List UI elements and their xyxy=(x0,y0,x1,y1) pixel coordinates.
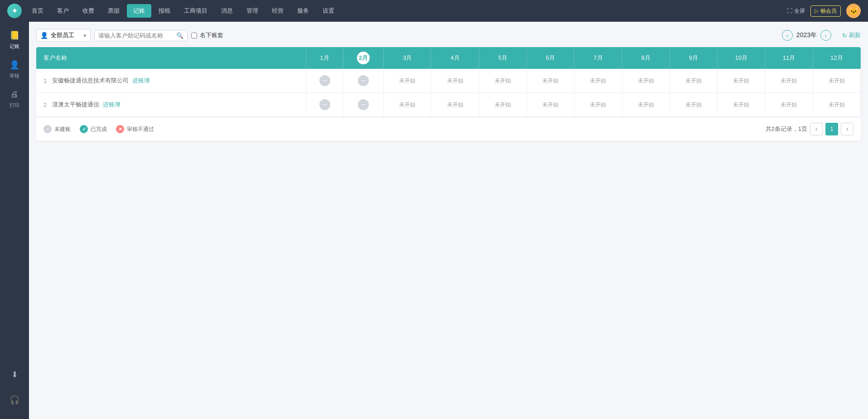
month-cell-7: 未开始 xyxy=(574,93,622,117)
chevron-down-icon: ▾ xyxy=(83,32,87,39)
sidebar-item-bookkeeping[interactable]: 📒 记账 xyxy=(2,25,27,53)
month-cell-7: 未开始 xyxy=(574,69,622,93)
nav-item-invoice[interactable]: 票据 xyxy=(101,4,126,18)
current-month-indicator: 2月 xyxy=(357,52,370,64)
employee-filter[interactable]: 👤 全部员工 ▾ xyxy=(36,29,91,42)
table-body: 1 安徽畅捷通信息技术有限公司 进账簿 −−未开始未开始未开始未开始未开始未开始… xyxy=(36,69,861,117)
headphone-icon: 🎧 xyxy=(8,394,21,406)
row-number: 2 xyxy=(43,101,47,108)
client-name-cell: 1 安徽畅捷通信息技术有限公司 进账簿 xyxy=(36,69,306,93)
row-number: 1 xyxy=(43,77,47,84)
col-month-2: 2月 xyxy=(343,47,383,69)
col-month-4: 4月 xyxy=(431,47,479,69)
client-name: 漠澳太平畅捷通信 xyxy=(52,101,99,109)
account-checkbox[interactable] xyxy=(191,33,197,39)
table-footer: − 未建账 ✓ 已完成 ✕ 审核不通过 共2条记录，1页 ‹ 1 › xyxy=(36,117,861,141)
nav-item-home[interactable]: 首页 xyxy=(25,4,50,18)
not-started-status: 未开始 xyxy=(542,101,559,108)
table-header: 客户名称1月2月3月4月5月6月7月8月9月10月11月12月 xyxy=(36,47,861,69)
not-started-status: 未开始 xyxy=(638,77,654,84)
month-cell-4: 未开始 xyxy=(431,93,479,117)
col-month-12: 12月 xyxy=(813,47,860,69)
month-cell-9: 未开始 xyxy=(670,69,717,93)
month-cell-5: 未开始 xyxy=(479,93,526,117)
month-cell-12: 未开始 xyxy=(813,69,860,93)
dash-status: − xyxy=(358,75,369,86)
year-prev-button[interactable]: ‹ xyxy=(782,30,793,41)
sidebar-item-download[interactable]: ⬇ xyxy=(2,365,27,385)
client-name: 安徽畅捷通信息技术有限公司 xyxy=(52,77,129,85)
col-month-8: 8月 xyxy=(622,47,670,69)
vip-icon: ▷ xyxy=(815,8,819,14)
dash-status: − xyxy=(358,99,369,110)
nav-item-billing[interactable]: 收费 xyxy=(76,4,101,18)
enter-ledger-link[interactable]: 进账簿 xyxy=(103,101,121,109)
app-logo[interactable]: ✦ xyxy=(4,0,25,22)
nav-item-settings[interactable]: 设置 xyxy=(316,4,341,18)
nav-menu: 首页客户收费票据记账报税工商项目消息管理经营服务设置 xyxy=(25,4,787,18)
nav-item-client[interactable]: 客户 xyxy=(51,4,75,18)
main-layout: 📒 记账 👤 审核 🖨 打印 ⬇ 🎧 👤 全部员工 ▾ xyxy=(0,22,868,419)
employee-filter-label: 全部员工 xyxy=(51,31,74,39)
not-started-status: 未开始 xyxy=(781,77,797,84)
nav-item-tax[interactable]: 报税 xyxy=(152,4,177,18)
current-page-button[interactable]: 1 xyxy=(825,123,838,135)
legend-label-rejected: 审核不通过 xyxy=(127,125,154,133)
enter-ledger-link[interactable]: 进账簿 xyxy=(132,77,150,85)
legend-item-not_built: − 未建账 xyxy=(43,125,71,133)
next-page-button[interactable]: › xyxy=(841,123,854,135)
month-cell-1: − xyxy=(306,93,343,117)
col-month-11: 11月 xyxy=(765,47,813,69)
month-cell-2: − xyxy=(343,69,383,93)
nav-item-message[interactable]: 消息 xyxy=(215,4,239,18)
year-next-button[interactable]: › xyxy=(820,30,831,41)
fullscreen-icon: ⛶ xyxy=(787,8,792,14)
not-started-status: 未开始 xyxy=(495,101,511,108)
month-cell-9: 未开始 xyxy=(670,93,717,117)
sidebar-item-audit[interactable]: 👤 审核 xyxy=(2,55,27,82)
legend-item-rejected: ✕ 审核不通过 xyxy=(116,125,154,133)
vip-button[interactable]: ▷ 畅会员 xyxy=(810,5,841,17)
search-input-wrap[interactable]: 🔍 xyxy=(94,30,188,41)
col-month-6: 6月 xyxy=(527,47,574,69)
month-cell-6: 未开始 xyxy=(527,69,574,93)
prev-page-button[interactable]: ‹ xyxy=(810,123,823,135)
month-cell-12: 未开始 xyxy=(813,93,860,117)
dash-status: − xyxy=(319,75,330,86)
search-icon[interactable]: 🔍 xyxy=(176,32,183,39)
nav-item-business[interactable]: 工商项目 xyxy=(178,4,214,18)
fullscreen-button[interactable]: ⛶ 全屏 xyxy=(787,7,805,15)
month-cell-2: − xyxy=(343,93,383,117)
top-right-actions: ⛶ 全屏 ▷ 畅会员 🐱 xyxy=(787,4,864,18)
legend-icon-rejected: ✕ xyxy=(118,126,122,132)
legend-dot-rejected: ✕ xyxy=(116,125,124,133)
sidebar-item-print[interactable]: 🖨 打印 xyxy=(2,84,27,112)
legend-label-completed: 已完成 xyxy=(91,125,107,133)
account-checkbox-label[interactable]: 名下账套 xyxy=(191,31,223,39)
month-cell-10: 未开始 xyxy=(718,69,765,93)
nav-item-bookkeeping[interactable]: 记账 xyxy=(127,4,151,18)
vip-label: 畅会员 xyxy=(820,7,837,15)
col-month-5: 5月 xyxy=(479,47,526,69)
refresh-button[interactable]: ↻ 刷新 xyxy=(842,31,861,39)
sidebar-label-bookkeeping: 记账 xyxy=(10,43,19,49)
not-started-status: 未开始 xyxy=(399,77,415,84)
month-cell-1: − xyxy=(306,69,343,93)
main-table-container: 客户名称1月2月3月4月5月6月7月8月9月10月11月12月 1 安徽畅捷通信… xyxy=(36,47,861,141)
nav-item-service[interactable]: 服务 xyxy=(291,4,315,18)
user-avatar[interactable]: 🐱 xyxy=(846,4,861,18)
nav-item-operation[interactable]: 经营 xyxy=(265,4,290,18)
legend-dot-completed: ✓ xyxy=(80,125,88,133)
not-started-status: 未开始 xyxy=(399,101,415,108)
month-cell-3: 未开始 xyxy=(384,69,431,93)
col-month-1: 1月 xyxy=(306,47,343,69)
sidebar-item-support[interactable]: 🎧 xyxy=(2,390,27,410)
month-cell-10: 未开始 xyxy=(718,93,765,117)
pagination: 共2条记录，1页 ‹ 1 › xyxy=(766,123,854,135)
not-started-status: 未开始 xyxy=(447,101,463,108)
search-input[interactable] xyxy=(98,32,174,39)
table-row: 2 漠澳太平畅捷通信 进账簿 −−未开始未开始未开始未开始未开始未开始未开始未开… xyxy=(36,93,861,117)
filter-bar: 👤 全部员工 ▾ 🔍 名下账套 ‹ 2023年 › ↻ 刷新 xyxy=(36,29,861,42)
dash-status: − xyxy=(319,99,330,110)
nav-item-manage[interactable]: 管理 xyxy=(240,4,265,18)
